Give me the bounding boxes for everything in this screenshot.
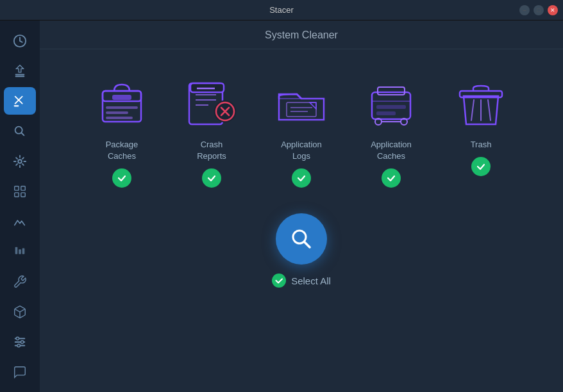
dashboard-icon	[13, 34, 27, 48]
close-button[interactable]: ✕	[548, 5, 558, 15]
svg-rect-19	[106, 106, 138, 109]
svg-point-14	[21, 340, 24, 343]
search-icon	[13, 124, 27, 138]
svg-rect-21	[106, 117, 133, 119]
select-all-label: Select All	[291, 275, 331, 286]
cleaner-icon	[13, 94, 27, 108]
application-logs-label: ApplicationLogs	[281, 139, 322, 162]
svg-rect-35	[378, 87, 405, 95]
repair-icon	[13, 275, 27, 289]
services-icon	[13, 154, 27, 168]
cleaner-grid: PackageCaches	[40, 49, 563, 200]
check-icon	[297, 174, 306, 183]
svg-rect-4	[21, 186, 25, 190]
page-header: System Cleaner	[40, 20, 563, 49]
select-all-check-icon	[275, 277, 283, 284]
sidebar-item-cleaner[interactable]	[4, 87, 36, 115]
cleaner-item-application-caches: ApplicationCaches	[353, 75, 430, 188]
trash-label: Trash	[471, 139, 492, 151]
package-caches-icon-container	[93, 75, 151, 133]
tweaks-icon	[13, 335, 27, 349]
sidebar-item-repair[interactable]	[4, 268, 36, 295]
svg-rect-18	[112, 95, 131, 100]
content-area: System Cleaner	[40, 20, 563, 392]
sidebar-item-resources[interactable]	[4, 208, 36, 235]
svg-point-2	[18, 159, 22, 163]
sidebar-item-uninstaller[interactable]	[4, 177, 36, 205]
cleaner-item-crash-reports: CrashReports	[173, 75, 250, 188]
cleaner-item-package-caches: PackageCaches	[83, 75, 160, 188]
processes-icon	[13, 245, 27, 259]
application-logs-icon	[273, 78, 330, 129]
trash-icon	[452, 78, 510, 129]
title-bar: Stacer – □ ✕	[0, 0, 563, 20]
startup-icon	[13, 64, 27, 78]
maximize-button[interactable]: □	[534, 5, 544, 15]
svg-rect-3	[15, 186, 19, 190]
sidebar-item-services[interactable]	[4, 147, 36, 175]
window-controls: – □ ✕	[519, 5, 558, 15]
sidebar-item-startup[interactable]	[4, 57, 36, 85]
check-icon	[207, 174, 216, 183]
svg-rect-6	[21, 192, 25, 196]
svg-rect-9	[22, 248, 25, 254]
sidebar-item-packages[interactable]	[4, 298, 36, 325]
application-caches-icon-container	[362, 75, 420, 133]
svg-rect-36	[376, 105, 406, 109]
svg-line-42	[471, 100, 474, 120]
trash-check[interactable]	[471, 157, 491, 176]
application-caches-label: ApplicationCaches	[371, 139, 412, 162]
svg-rect-5	[15, 192, 19, 196]
application-caches-check[interactable]	[382, 168, 401, 188]
svg-rect-7	[15, 247, 18, 254]
minimize-button[interactable]: –	[519, 5, 530, 15]
application-caches-icon	[362, 78, 420, 129]
page-title: System Cleaner	[265, 29, 338, 40]
scan-area: Select All	[40, 200, 563, 307]
cleaner-item-trash: Trash	[442, 75, 519, 176]
select-all-row[interactable]: Select All	[272, 274, 331, 288]
svg-rect-20	[106, 111, 128, 114]
main-layout: System Cleaner	[0, 20, 563, 392]
packages-icon	[13, 305, 27, 319]
svg-point-15	[17, 344, 21, 347]
check-icon	[476, 162, 485, 171]
application-logs-icon-container	[273, 75, 330, 133]
app-title: Stacer	[269, 5, 294, 15]
trash-icon-container	[452, 75, 510, 133]
sidebar-item-dashboard[interactable]	[4, 27, 36, 54]
package-caches-label: PackageCaches	[106, 139, 139, 162]
scan-button[interactable]	[276, 213, 327, 265]
application-logs-check[interactable]	[292, 168, 311, 188]
crash-reports-label: CrashReports	[197, 139, 226, 162]
crash-reports-check[interactable]	[202, 168, 221, 188]
scan-button-icon	[290, 227, 313, 250]
check-icon	[387, 174, 396, 183]
package-caches-icon	[93, 78, 151, 129]
resources-icon	[13, 215, 27, 229]
crash-reports-icon	[183, 78, 240, 129]
svg-rect-8	[19, 249, 21, 254]
uninstaller-icon	[13, 184, 27, 199]
select-all-check[interactable]	[272, 274, 286, 288]
cleaner-item-application-logs: ApplicationLogs	[263, 75, 340, 188]
sidebar-item-tweaks[interactable]	[4, 328, 36, 355]
svg-point-1	[15, 126, 22, 133]
sidebar-item-terminal[interactable]	[4, 358, 36, 386]
svg-line-44	[488, 100, 491, 120]
sidebar-item-processes[interactable]	[4, 238, 36, 265]
svg-rect-37	[376, 111, 396, 115]
sidebar	[0, 20, 40, 392]
sidebar-item-search[interactable]	[4, 117, 36, 145]
check-icon	[117, 174, 126, 183]
svg-point-13	[16, 337, 19, 340]
terminal-icon	[13, 365, 27, 379]
package-caches-check[interactable]	[112, 168, 131, 188]
crash-reports-icon-container	[183, 75, 240, 133]
